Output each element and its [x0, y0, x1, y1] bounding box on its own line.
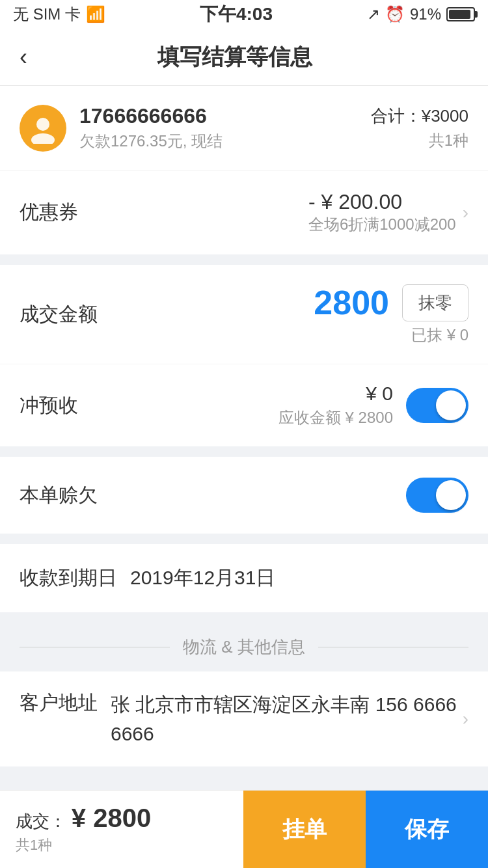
- hang-order-button[interactable]: 挂单: [243, 791, 366, 868]
- prepay-info: ¥ 0 应收金额 ¥ 2800: [278, 383, 393, 428]
- coupon-info: - ¥ 200.00 全场6折满1000减200: [308, 190, 456, 235]
- customer-phone: 17666666666: [79, 104, 223, 128]
- time-display: 下午4:03: [200, 2, 273, 27]
- debt-row: 本单赊欠: [0, 457, 488, 534]
- prepay-toggle[interactable]: [406, 388, 468, 423]
- amount-sub: 已抹 ¥ 0: [314, 325, 468, 346]
- location-icon: ↗: [367, 5, 380, 23]
- debt-toggle-knob: [436, 480, 466, 510]
- battery-text: 91%: [410, 5, 441, 23]
- address-label: 客户地址: [20, 690, 98, 716]
- carrier-text: 无 SIM 卡: [13, 4, 81, 25]
- coupon-label: 优惠券: [20, 199, 78, 226]
- battery-icon: [446, 7, 475, 21]
- wifi-icon: 📶: [86, 5, 105, 23]
- address-value: 张 北京市市辖区海淀区永丰南 156 6666 6666: [111, 690, 463, 748]
- due-date-value: 2019年12月31日: [130, 565, 275, 591]
- prepay-row: 冲预收 ¥ 0 应收金额 ¥ 2800: [0, 364, 488, 446]
- amount-right: 2800 抹零 已抹 ¥ 0: [314, 283, 468, 346]
- address-chevron-icon: ›: [463, 709, 468, 729]
- due-date-label: 收款到期日: [20, 565, 117, 591]
- debt-section: 本单赊欠: [0, 457, 488, 534]
- customer-info-row: 17666666666 欠款1276.35元, 现结 合计：¥3000 共1种: [0, 86, 488, 170]
- divider-line-left: [20, 647, 170, 647]
- nav-bar: ‹ 填写结算等信息: [0, 29, 488, 86]
- amount-value: 2800: [314, 283, 389, 322]
- divider-line-right: [318, 647, 468, 647]
- amount-row: 成交金额 2800 抹零 已抹 ¥ 0: [0, 265, 488, 364]
- save-button[interactable]: 保存: [366, 791, 488, 868]
- amount-row-right: 2800 抹零: [314, 283, 468, 322]
- alarm-icon: ⏰: [385, 5, 405, 23]
- amount-label: 成交金额: [20, 301, 98, 328]
- status-left: 无 SIM 卡 📶: [13, 4, 105, 25]
- chevron-right-icon: ›: [463, 202, 468, 223]
- amount-section: 成交金额 2800 抹零 已抹 ¥ 0 冲预收 ¥ 0 应收金额 ¥ 2800: [0, 265, 488, 446]
- coupon-sub: 全场6折满1000减200: [308, 214, 456, 235]
- logistics-divider: 物流 & 其他信息: [0, 623, 488, 671]
- avatar: [20, 105, 66, 152]
- toggle-knob: [436, 390, 466, 420]
- divider-text: 物流 & 其他信息: [183, 636, 305, 658]
- coupon-discount: - ¥ 200.00: [308, 190, 456, 214]
- prepay-sub: 应收金额 ¥ 2800: [278, 407, 393, 428]
- customer-section: 17666666666 欠款1276.35元, 现结 合计：¥3000 共1种 …: [0, 86, 488, 254]
- total-label: 合计：¥3000: [371, 105, 468, 128]
- due-date-row: 收款到期日 2019年12月31日: [0, 544, 488, 612]
- debt-toggle[interactable]: [406, 478, 468, 513]
- customer-details: 17666666666 欠款1276.35元, 现结: [79, 104, 223, 152]
- debt-label: 本单赊欠: [20, 482, 98, 509]
- bottom-deal-amount: ¥ 2800: [72, 804, 151, 832]
- bottom-deal-row: 成交： ¥ 2800: [16, 804, 228, 833]
- customer-right: 合计：¥3000 共1种: [371, 105, 468, 151]
- customer-sub: 欠款1276.35元, 现结: [79, 131, 223, 152]
- bottom-count: 共1种: [16, 835, 228, 855]
- svg-point-1: [31, 133, 55, 144]
- back-button[interactable]: ‹: [20, 37, 40, 77]
- coupon-row[interactable]: 优惠券 - ¥ 200.00 全场6折满1000减200 ›: [0, 170, 488, 254]
- bottom-bar: 成交： ¥ 2800 共1种 挂单 保存: [0, 790, 488, 868]
- status-right: ↗ ⏰ 91%: [367, 5, 475, 23]
- address-section[interactable]: 客户地址 张 北京市市辖区海淀区永丰南 156 6666 6666 ›: [0, 671, 488, 766]
- status-bar: 无 SIM 卡 📶 下午4:03 ↗ ⏰ 91%: [0, 0, 488, 29]
- total-count: 共1种: [371, 130, 468, 151]
- prepay-value: ¥ 0: [278, 383, 393, 405]
- coupon-right: - ¥ 200.00 全场6折满1000减200 ›: [308, 190, 468, 235]
- page-title: 填写结算等信息: [40, 42, 429, 72]
- customer-left: 17666666666 欠款1276.35元, 现结: [20, 104, 223, 152]
- prepay-label: 冲预收: [20, 392, 78, 419]
- bottom-deal-label: 成交：: [16, 811, 66, 831]
- bottom-info: 成交： ¥ 2800 共1种: [0, 791, 243, 868]
- round-button[interactable]: 抹零: [402, 284, 468, 321]
- svg-point-0: [36, 118, 49, 131]
